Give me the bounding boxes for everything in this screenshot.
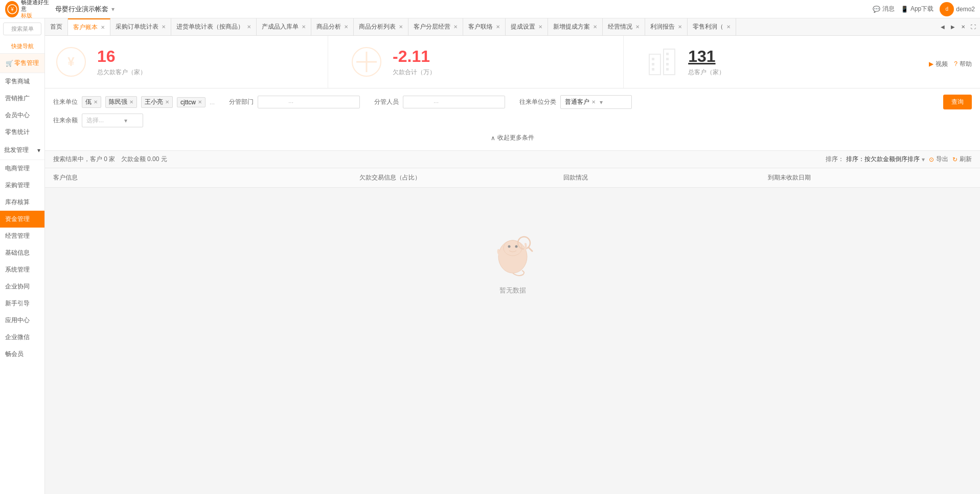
tab-customer-segment[interactable]: 客户分层经营 ✕ [408, 18, 463, 36]
sidebar-item-ecommerce[interactable]: 电商管理 [0, 160, 44, 177]
tab-profit-report[interactable]: 利润报告 ✕ [645, 18, 688, 36]
sidebar-item-inventory[interactable]: 库存核算 [0, 194, 44, 211]
tab-close-customer-segment[interactable]: ✕ [453, 24, 458, 30]
tab-next-btn[interactable]: ▶ [948, 23, 958, 32]
tab-close-raise-settings[interactable]: ✕ [538, 24, 542, 30]
tab-close-customer-contact[interactable]: ✕ [496, 24, 500, 30]
help-btn[interactable]: ? 帮助 [954, 60, 972, 69]
tab-close-goods-list[interactable]: ✕ [399, 24, 403, 30]
filter-tag-unit3[interactable]: 王小亮 ✕ [141, 96, 173, 108]
department-select[interactable]: ··· [258, 96, 360, 108]
filter-tag-unit1[interactable]: 佤 ✕ [82, 96, 101, 108]
sidebar-item-cooperation[interactable]: 企业协同 [0, 278, 44, 295]
tab-accounts[interactable]: 客户账本 ✕ [68, 18, 110, 36]
user-menu[interactable]: d demo2 [940, 2, 975, 16]
sidebar-item-finance[interactable]: 资金管理 [0, 211, 44, 228]
sidebar-quick-nav[interactable]: 快捷导航 [0, 39, 44, 54]
sidebar-item-retail-mall[interactable]: 零售商城 [0, 73, 44, 90]
help-icon: ? [954, 60, 958, 68]
tab-close-accounts[interactable]: ✕ [101, 25, 105, 30]
sidebar-item-member[interactable]: 会员中心 [0, 107, 44, 124]
svg-text:¥: ¥ [67, 55, 75, 69]
tab-close-retail-profit[interactable]: ✕ [726, 24, 731, 30]
query-button[interactable]: 查询 [943, 95, 972, 109]
filter-tag-unit4[interactable]: cjttcw ✕ [177, 97, 206, 107]
tab-production[interactable]: 产成品入库单 ✕ [257, 18, 311, 36]
balance-select[interactable]: 选择... ▾ [82, 114, 143, 127]
filter-tag-unit2[interactable]: 陈民强 ✕ [105, 96, 137, 108]
phone-icon: 📱 [901, 6, 908, 13]
filter-tag-unit1-close[interactable]: ✕ [94, 99, 98, 105]
sidebar-item-vip[interactable]: 畅会员 [0, 346, 44, 363]
tab-close-operation[interactable]: ✕ [635, 24, 640, 30]
tab-close-profit-report[interactable]: ✕ [678, 24, 682, 30]
sidebar-item-retail-stats[interactable]: 零售统计 [0, 124, 44, 141]
unit-type-filter-label: 往来单位分类 [519, 98, 556, 106]
tab-operation[interactable]: 经营情况 ✕ [603, 18, 645, 36]
sidebar-item-ops[interactable]: 经营管理 [0, 228, 44, 244]
manager-more-icon: ··· [434, 99, 439, 106]
tab-retail-profit[interactable]: 零售利润（ ✕ [688, 18, 736, 36]
tab-close-purchase-orders[interactable]: ✕ [162, 24, 166, 30]
tab-goods-analysis[interactable]: 商品分析 ✕ [311, 18, 354, 36]
tab-new-raise[interactable]: 新增提成方案 ✕ [548, 18, 603, 36]
more-units-btn[interactable]: ... [210, 99, 215, 106]
department-more-icon: ··· [288, 99, 293, 106]
message-icon: 💬 [873, 6, 880, 13]
stat-total-clients: 131 总客户（家） [634, 36, 919, 88]
refresh-btn[interactable]: ↻ 刷新 [952, 155, 972, 164]
manager-select[interactable]: ··· [403, 96, 505, 108]
sidebar-item-new-guide[interactable]: 新手引导 [0, 295, 44, 312]
store-selector[interactable]: 母婴行业演示帐套 ▾ [50, 5, 873, 14]
app-download-btn[interactable]: 📱 App下载 [901, 5, 933, 13]
tab-maximize-btn[interactable]: ⛶ [969, 23, 978, 32]
svg-rect-13 [666, 58, 669, 60]
tab-close-new-raise[interactable]: ✕ [593, 24, 597, 30]
sidebar-item-wechat[interactable]: 企业微信 [0, 329, 44, 346]
collapse-btn[interactable]: ∧ 收起更多条件 [487, 131, 538, 144]
svg-rect-10 [652, 63, 654, 65]
video-btn[interactable]: ▶ 视频 [929, 60, 948, 69]
table-header: 客户信息 欠款交易信息（占比） 回款情况 到期未收款日期 [45, 168, 980, 188]
filter-tag-unit3-close[interactable]: ✕ [165, 99, 169, 105]
sidebar-item-basic[interactable]: 基础信息 [0, 244, 44, 261]
unit-type-select[interactable]: 普通客户 ✕ ▾ [560, 95, 632, 109]
sidebar-item-system[interactable]: 系统管理 [0, 261, 44, 278]
retail-icon: 🛒 [6, 60, 13, 67]
unit-type-tag[interactable]: 普通客户 ✕ [565, 98, 596, 106]
sort-select[interactable]: 排序： 排序：按欠款金额倒序排序 ▾ [826, 155, 925, 164]
search-menu-btn[interactable]: 搜索菜单 [3, 23, 41, 35]
top-bar: ¥ 畅捷通好生意 标版 母婴行业演示帐套 ▾ 💬 消息 📱 App下载 [0, 0, 980, 18]
sidebar-item-purchase[interactable]: 采购管理 [0, 177, 44, 194]
sidebar-item-app-center[interactable]: 应用中心 [0, 312, 44, 329]
tab-home[interactable]: 首页 [45, 18, 68, 36]
tab-purchase-orders[interactable]: 采购订单统计表 ✕ [110, 18, 171, 36]
sidebar-item-marketing[interactable]: 营销推广 [0, 90, 44, 107]
sidebar-item-batch[interactable]: 批发管理 ▾ [0, 141, 44, 160]
balance-filter-label: 往来余额 [53, 116, 78, 125]
tab-close-goods-analysis[interactable]: ✕ [344, 24, 348, 30]
filter-tag-unit4-close[interactable]: ✕ [198, 99, 202, 105]
tab-close-all-btn[interactable]: ✕ [959, 23, 968, 32]
tab-purchase-stats[interactable]: 进货单统计表（按商品） ✕ [171, 18, 257, 36]
message-btn[interactable]: 💬 消息 [873, 5, 895, 13]
tab-goods-list[interactable]: 商品分析列表 ✕ [354, 18, 408, 36]
col-debt-info: 欠款交易信息（占比） [359, 173, 563, 182]
tab-close-production[interactable]: ✕ [302, 24, 306, 30]
home-label: 首页 [50, 23, 62, 31]
manager-filter-label: 分管人员 [374, 98, 399, 106]
sort-label-prefix: 排序： [826, 155, 844, 164]
export-btn[interactable]: ⊙ 导出 [929, 155, 948, 164]
logo-icon: ¥ [5, 1, 19, 17]
stat-customers-number: 16 [97, 47, 146, 66]
unit-type-tag-close[interactable]: ✕ [591, 99, 596, 105]
tab-customer-contact[interactable]: 客户联络 ✕ [463, 18, 506, 36]
sidebar-item-retail[interactable]: 🛒 零售管理 [0, 54, 44, 73]
col-customer-info: 客户信息 [53, 173, 359, 182]
tab-raise-settings[interactable]: 提成设置 ✕ [506, 18, 548, 36]
tab-prev-btn[interactable]: ◀ [938, 23, 947, 32]
sidebar-search[interactable]: 搜索菜单 [0, 18, 44, 39]
tab-close-purchase-stats[interactable]: ✕ [247, 24, 251, 30]
filter-tag-unit2-close[interactable]: ✕ [129, 99, 133, 105]
avatar: d [940, 2, 954, 16]
